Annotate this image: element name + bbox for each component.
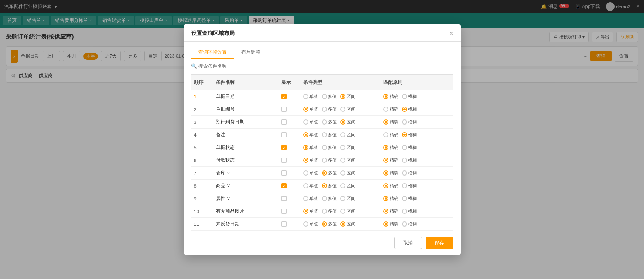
- search-input[interactable]: [198, 63, 260, 69]
- cancel-button[interactable]: 取消: [394, 237, 422, 249]
- condition-type-range[interactable]: 区间: [340, 183, 355, 189]
- display-checkbox[interactable]: [281, 183, 287, 188]
- condition-type-single[interactable]: 单值: [303, 208, 318, 215]
- display-checkbox[interactable]: [281, 132, 287, 137]
- row-order: 3: [191, 118, 213, 126]
- match-rule-fuzzy[interactable]: 模糊: [402, 119, 417, 125]
- modal-title: 设置查询区域布局: [191, 30, 235, 37]
- condition-type-single[interactable]: 单值: [303, 94, 318, 100]
- modal-close-button[interactable]: ×: [449, 30, 453, 37]
- condition-type-multi[interactable]: 多值: [322, 170, 337, 176]
- row-display[interactable]: [278, 156, 300, 164]
- match-rule-fuzzy[interactable]: 模糊: [402, 196, 417, 202]
- condition-type-range[interactable]: 区间: [340, 208, 355, 215]
- row-display[interactable]: [278, 194, 300, 203]
- display-checkbox[interactable]: [281, 119, 287, 125]
- condition-type-range[interactable]: 区间: [340, 94, 355, 100]
- row-match-rule: 精确模糊: [380, 194, 453, 203]
- match-rule-exact[interactable]: 精确: [383, 196, 398, 202]
- radio-circle-range: [340, 158, 345, 163]
- save-button[interactable]: 保存: [426, 237, 453, 249]
- condition-type-range[interactable]: 区间: [340, 157, 355, 164]
- match-rule-exact[interactable]: 精确: [383, 106, 398, 113]
- condition-type-single[interactable]: 单值: [303, 132, 318, 138]
- condition-type-multi[interactable]: 多值: [322, 145, 337, 151]
- condition-type-single[interactable]: 单值: [303, 119, 318, 125]
- radio-circle-exact: [383, 221, 388, 227]
- match-rule-exact[interactable]: 精确: [383, 157, 398, 164]
- condition-type-single[interactable]: 单值: [303, 157, 318, 164]
- display-checkbox[interactable]: [281, 221, 287, 227]
- match-rule-exact[interactable]: 精确: [383, 132, 398, 138]
- display-checkbox[interactable]: [281, 94, 287, 99]
- condition-type-range[interactable]: 区间: [340, 106, 355, 113]
- radio-circle-exact: [383, 170, 388, 176]
- row-match-rule: 精确模糊: [380, 156, 453, 165]
- modal-tab-layout[interactable]: 布局调整: [234, 46, 268, 59]
- condition-type-single[interactable]: 单值: [303, 106, 318, 113]
- condition-type-multi[interactable]: 多值: [322, 106, 337, 113]
- display-checkbox[interactable]: [281, 209, 287, 214]
- condition-type-range[interactable]: 区间: [340, 221, 355, 227]
- row-display[interactable]: [278, 207, 300, 215]
- match-rule-exact[interactable]: 精确: [383, 119, 398, 125]
- condition-type-multi[interactable]: 多值: [322, 221, 337, 227]
- display-checkbox[interactable]: [281, 196, 287, 201]
- condition-type-multi[interactable]: 多值: [322, 208, 337, 215]
- modal-tab-query-fields[interactable]: 查询字段设置: [191, 46, 234, 59]
- radio-circle-fuzzy: [402, 145, 407, 150]
- match-rule-fuzzy[interactable]: 模糊: [402, 208, 417, 215]
- display-checkbox[interactable]: [281, 158, 287, 163]
- match-rule-exact[interactable]: 精确: [383, 94, 398, 100]
- condition-type-multi[interactable]: 多值: [322, 196, 337, 202]
- match-rule-fuzzy[interactable]: 模糊: [402, 132, 417, 138]
- row-name: 商品 ∨: [213, 181, 278, 190]
- match-rule-exact[interactable]: 精确: [383, 170, 398, 176]
- match-rule-fuzzy[interactable]: 模糊: [402, 183, 417, 189]
- match-rule-exact[interactable]: 精确: [383, 183, 398, 189]
- match-rule-exact[interactable]: 精确: [383, 145, 398, 151]
- row-display[interactable]: [278, 131, 300, 139]
- condition-type-single[interactable]: 单值: [303, 183, 318, 189]
- row-display[interactable]: [278, 169, 300, 177]
- match-rule-exact[interactable]: 精确: [383, 221, 398, 227]
- condition-type-multi[interactable]: 多值: [322, 132, 337, 138]
- radio-circle-single: [303, 196, 308, 201]
- settings-modal: 设置查询区域布局 × 查询字段设置 布局调整 🔍 顺序 条件名称: [184, 24, 461, 255]
- row-display[interactable]: [278, 220, 300, 228]
- condition-type-multi[interactable]: 多值: [322, 183, 337, 189]
- row-name: 单据编号: [213, 105, 278, 114]
- condition-type-multi[interactable]: 多值: [322, 119, 337, 125]
- row-display[interactable]: [278, 144, 300, 152]
- condition-type-single[interactable]: 单值: [303, 221, 318, 227]
- condition-type-single[interactable]: 单值: [303, 196, 318, 202]
- row-display[interactable]: [278, 118, 300, 126]
- radio-circle-range: [340, 170, 345, 176]
- condition-type-single[interactable]: 单值: [303, 170, 318, 176]
- display-checkbox[interactable]: [281, 145, 287, 150]
- condition-type-range[interactable]: 区间: [340, 119, 355, 125]
- display-checkbox[interactable]: [281, 170, 287, 176]
- match-rule-fuzzy[interactable]: 模糊: [402, 106, 417, 113]
- row-name: 来反货日期: [213, 219, 278, 229]
- condition-type-range[interactable]: 区间: [340, 170, 355, 176]
- match-rule-fuzzy[interactable]: 模糊: [402, 94, 417, 100]
- condition-type-range[interactable]: 区间: [340, 196, 355, 202]
- row-condition-type: 单值多值区间: [300, 194, 380, 203]
- condition-type-single[interactable]: 单值: [303, 145, 318, 151]
- row-display[interactable]: [278, 105, 300, 113]
- match-rule-fuzzy[interactable]: 模糊: [402, 221, 417, 227]
- condition-type-range[interactable]: 区间: [340, 145, 355, 151]
- row-display[interactable]: [278, 93, 300, 101]
- row-order: 10: [191, 207, 213, 216]
- condition-type-multi[interactable]: 多值: [322, 157, 337, 164]
- condition-type-multi[interactable]: 多值: [322, 94, 337, 100]
- match-rule-fuzzy[interactable]: 模糊: [402, 157, 417, 164]
- row-display[interactable]: [278, 182, 300, 190]
- display-checkbox[interactable]: [281, 107, 287, 112]
- table-row: 8商品 ∨单值多值区间精确模糊: [191, 180, 453, 192]
- match-rule-fuzzy[interactable]: 模糊: [402, 170, 417, 176]
- match-rule-exact[interactable]: 精确: [383, 208, 398, 215]
- match-rule-fuzzy[interactable]: 模糊: [402, 145, 417, 151]
- condition-type-range[interactable]: 区间: [340, 132, 355, 138]
